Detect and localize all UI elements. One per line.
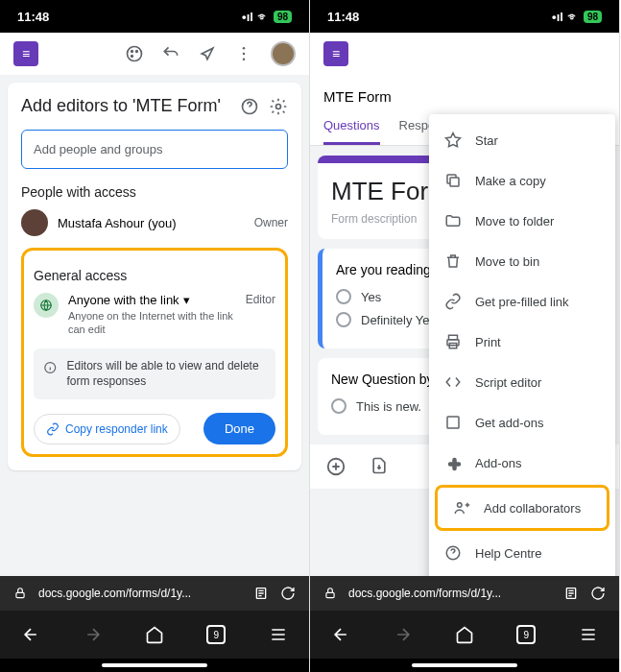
dialog-title: Add editors to 'MTE Form' — [21, 96, 230, 116]
home-icon[interactable] — [455, 625, 474, 644]
ga-role[interactable]: Editor — [246, 293, 275, 337]
forward-icon[interactable] — [394, 625, 413, 644]
ga-header: General access — [34, 268, 275, 283]
chevron-down-icon: ▾ — [183, 293, 190, 307]
gear-icon[interactable] — [269, 97, 288, 116]
menu-prefilled[interactable]: Get pre-filled link — [429, 281, 615, 322]
avatar[interactable] — [271, 41, 296, 66]
status-bar: 11:48 •ılᯤ98 — [0, 0, 309, 33]
menu-copy[interactable]: Make a copy — [429, 160, 615, 201]
back-icon[interactable] — [331, 625, 350, 644]
done-button[interactable]: Done — [203, 413, 275, 444]
reload-icon[interactable] — [280, 586, 296, 601]
more-icon[interactable] — [234, 44, 253, 63]
url-bar[interactable]: docs.google.com/forms/d/1y... — [0, 576, 309, 611]
menu-help[interactable]: Help Centre — [429, 533, 615, 573]
menu-report[interactable]: Report a problem — [429, 573, 615, 576]
svg-point-2 — [136, 51, 138, 53]
svg-point-0 — [128, 47, 142, 61]
ga-dropdown[interactable]: Anyone with the link▾ — [68, 293, 236, 307]
svg-point-1 — [131, 51, 133, 53]
add-question-icon[interactable] — [325, 456, 346, 477]
tabs-button[interactable]: 9 — [516, 625, 536, 644]
share-dialog: Add editors to 'MTE Form' Add people and… — [8, 83, 301, 470]
home-bar — [310, 659, 619, 672]
help-icon[interactable] — [240, 97, 259, 116]
link-icon — [46, 422, 60, 436]
palette-icon[interactable] — [125, 44, 144, 63]
import-icon[interactable] — [370, 456, 389, 475]
globe-icon — [34, 293, 59, 318]
url-bar[interactable]: docs.google.com/forms/d/1y... — [310, 576, 619, 611]
bottom-nav: 9 — [0, 611, 309, 659]
svg-rect-14 — [450, 178, 459, 186]
collaborators-highlight: Add collaborators — [435, 485, 609, 531]
status-icons: •ılᯤ98 — [552, 10, 602, 24]
menu-collaborators[interactable]: Add collaborators — [438, 488, 607, 528]
menu-getaddons[interactable]: Get add-ons — [429, 402, 615, 443]
add-people-input[interactable]: Add people and groups — [21, 130, 288, 169]
reader-icon[interactable] — [253, 586, 269, 601]
app-header: ≡ — [310, 33, 619, 75]
svg-rect-21 — [326, 592, 334, 597]
svg-rect-11 — [16, 592, 24, 597]
copy-link-button[interactable]: Copy responder link — [34, 414, 180, 444]
menu-icon[interactable] — [269, 625, 288, 644]
time: 11:48 — [327, 10, 359, 24]
svg-point-3 — [131, 56, 133, 58]
radio-icon — [336, 312, 351, 327]
tabs-button[interactable]: 9 — [206, 625, 226, 644]
ga-desc: Anyone on the Internet with the link can… — [68, 309, 236, 337]
menu-print[interactable]: Print — [429, 322, 615, 362]
svg-point-4 — [243, 47, 246, 50]
person-name: Mustafa Ashour (you) — [58, 216, 245, 230]
svg-point-6 — [243, 59, 246, 61]
overflow-menu: Star Make a copy Move to folder Move to … — [429, 114, 615, 576]
menu-bin[interactable]: Move to bin — [429, 241, 615, 281]
menu-move[interactable]: Move to folder — [429, 201, 615, 241]
app-header: ≡ — [0, 33, 309, 75]
reload-icon[interactable] — [590, 586, 606, 601]
svg-point-8 — [276, 104, 281, 108]
phone-left: 11:48 •ılᯤ98 ≡ Add editors to 'MTE Form'… — [0, 0, 310, 672]
info-icon — [43, 358, 58, 377]
home-bar — [0, 659, 309, 672]
radio-icon — [336, 289, 351, 304]
phone-right: 11:48 •ılᯤ98 ≡ MTE Form Questions Respon… — [310, 0, 620, 672]
svg-point-5 — [243, 53, 246, 56]
info-banner: Editors will be able to view and delete … — [34, 348, 275, 400]
menu-icon[interactable] — [579, 625, 598, 644]
menu-addons[interactable]: Add-ons — [429, 443, 615, 483]
back-icon[interactable] — [21, 625, 40, 644]
menu-script[interactable]: Script editor — [429, 362, 615, 402]
person-role: Owner — [254, 216, 288, 229]
send-icon[interactable] — [198, 44, 217, 63]
url-text: docs.google.com/forms/d/1y... — [348, 587, 552, 600]
tab-questions[interactable]: Questions — [323, 108, 380, 145]
general-access-highlight: General access Anyone with the link▾ Any… — [21, 248, 288, 457]
forms-logo-icon: ≡ — [323, 41, 348, 66]
svg-point-18 — [458, 503, 463, 508]
home-icon[interactable] — [145, 625, 164, 644]
form-title: MTE Form — [310, 75, 619, 108]
person-row: Mustafa Ashour (you) Owner — [21, 209, 288, 236]
radio-icon — [331, 398, 346, 414]
menu-star[interactable]: Star — [429, 120, 615, 160]
lock-icon — [13, 587, 27, 600]
lock-icon — [323, 587, 337, 600]
forward-icon[interactable] — [84, 625, 103, 644]
undo-icon[interactable] — [161, 44, 180, 63]
bottom-nav: 9 — [310, 611, 619, 659]
reader-icon[interactable] — [563, 586, 579, 601]
status-bar: 11:48 •ılᯤ98 — [310, 0, 619, 33]
person-avatar — [21, 209, 48, 236]
url-text: docs.google.com/forms/d/1y... — [38, 587, 242, 600]
forms-logo-icon: ≡ — [13, 41, 38, 66]
status-icons: •ılᯤ98 — [242, 10, 292, 24]
time: 11:48 — [17, 10, 49, 24]
people-header: People with access — [21, 184, 288, 200]
